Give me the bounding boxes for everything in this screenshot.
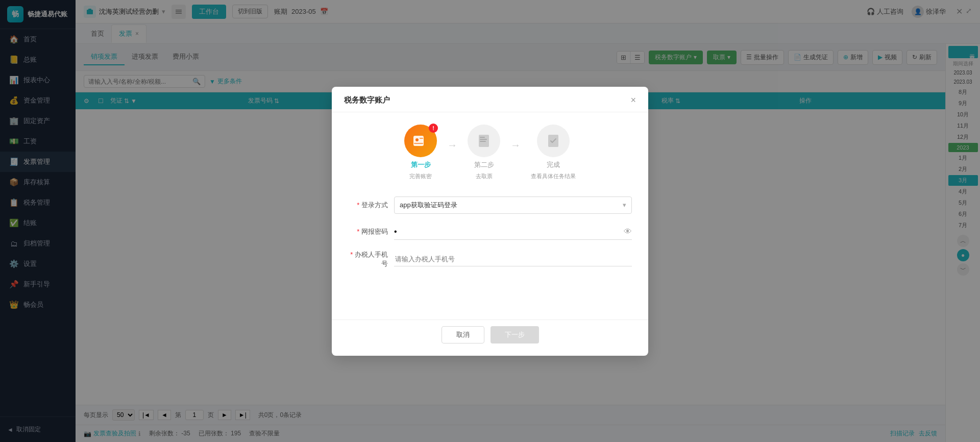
steps-indicator: ! 第一步 完善账密 →: [348, 125, 632, 180]
step-1-badge: !: [429, 124, 438, 133]
tax-digital-modal: 税务数字账户 × ! 第一步: [332, 87, 648, 356]
step-1-icon: !: [404, 125, 437, 157]
modal-overlay[interactable]: 税务数字账户 × ! 第一步: [0, 0, 980, 442]
required-star-1: *: [357, 201, 359, 209]
password-input-wrap: 👁: [394, 224, 632, 240]
svg-rect-10: [480, 137, 485, 138]
svg-rect-8: [420, 138, 423, 139]
password-label: * 网报密码: [348, 227, 394, 236]
step-2-icon: [468, 125, 500, 157]
eye-toggle-icon[interactable]: 👁: [624, 227, 632, 236]
phone-field: * 办税人手机号: [348, 250, 632, 268]
svg-rect-12: [480, 141, 486, 142]
step-2: 第二步 去取票: [468, 125, 500, 180]
login-method-label: * 登录方式: [348, 201, 394, 210]
phone-label: * 办税人手机号: [348, 250, 394, 268]
phone-input[interactable]: [394, 252, 632, 266]
password-input[interactable]: [394, 227, 624, 236]
password-field: * 网报密码 👁: [348, 224, 632, 240]
svg-rect-11: [480, 139, 487, 140]
step-3-label: 完成: [547, 160, 560, 169]
svg-rect-7: [414, 143, 423, 144]
select-arrow-icon: ▾: [623, 201, 626, 209]
step-2-sublabel: 去取票: [476, 173, 493, 180]
modal-footer: 取消 下一步: [332, 320, 648, 343]
step-3: 完成 查看具体任务结果: [531, 125, 576, 180]
modal-close-btn[interactable]: ×: [630, 95, 636, 106]
step-2-label: 第二步: [474, 160, 494, 169]
required-star-2: *: [357, 228, 359, 235]
modal-spacer: [348, 279, 632, 299]
step-3-icon: [537, 125, 570, 157]
step-1-sublabel: 完善账密: [409, 173, 432, 180]
svg-point-6: [415, 138, 419, 141]
login-method-select[interactable]: app获取验证码登录 ▾: [394, 197, 632, 214]
step-3-sublabel: 查看具体任务结果: [531, 173, 576, 180]
arrow-1: →: [437, 139, 468, 151]
step-1: ! 第一步 完善账密: [404, 125, 437, 180]
cancel-btn[interactable]: 取消: [442, 326, 484, 343]
next-btn[interactable]: 下一步: [491, 326, 539, 343]
step-1-label: 第一步: [411, 160, 431, 169]
arrow-2: →: [500, 139, 531, 151]
required-star-3: *: [350, 251, 353, 258]
modal-body: ! 第一步 完善账密 →: [332, 112, 648, 311]
modal-title: 税务数字账户: [344, 95, 390, 105]
modal-form: * 登录方式 app获取验证码登录 ▾ * 网报密码: [348, 197, 632, 268]
login-method-field: * 登录方式 app获取验证码登录 ▾: [348, 197, 632, 214]
modal-header: 税务数字账户 ×: [332, 87, 648, 112]
svg-rect-5: [413, 136, 424, 146]
